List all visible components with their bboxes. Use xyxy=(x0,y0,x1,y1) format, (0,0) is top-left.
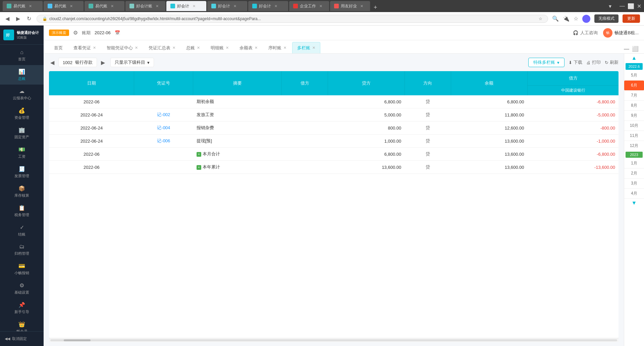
tab-close-3[interactable]: ✕ xyxy=(111,4,114,8)
cal-month-2023-1[interactable]: 1月 xyxy=(624,158,644,168)
sidebar-item-fund-mgmt[interactable]: 💰 资金管理 xyxy=(0,104,44,123)
tab-smart-voucher-close[interactable]: ✕ xyxy=(135,46,138,50)
horizontal-scrollbar[interactable] xyxy=(49,338,619,342)
cell-voucher[interactable] xyxy=(134,161,193,174)
tab-close-9[interactable]: ✕ xyxy=(360,4,363,8)
cal-month-2022-8[interactable]: 8月 xyxy=(624,101,644,111)
sidebar-item-archive[interactable]: 🗂 归档管理 xyxy=(0,240,44,259)
tab-panel-minimize[interactable]: — xyxy=(624,46,629,52)
voucher-link[interactable]: 记-004 xyxy=(157,125,170,130)
scroll-up-icon[interactable]: ▲ xyxy=(632,55,637,61)
browser-tab-5[interactable]: 好会计 ✕ xyxy=(166,1,207,11)
window-minimize-icon[interactable]: — xyxy=(620,3,625,9)
sidebar-item-guide[interactable]: 📌 新手引导 xyxy=(0,298,44,318)
scrollbar-track[interactable] xyxy=(50,339,617,341)
cell-voucher[interactable]: 记-002 xyxy=(134,108,193,121)
browser-tab-9[interactable]: 用友好业 ✕ xyxy=(330,1,370,11)
voucher-link[interactable]: 记-002 xyxy=(157,112,170,117)
minimize-icon[interactable]: ▾ xyxy=(609,3,611,9)
sidebar-item-closing[interactable]: ✓ 结账 xyxy=(0,221,44,240)
cal-month-2022-12[interactable]: 12月 xyxy=(624,141,644,151)
download-button[interactable]: ⬇ 下载 xyxy=(569,59,582,65)
window-restore-icon[interactable]: ⬜ xyxy=(628,3,634,9)
sidebar-item-home[interactable]: ⌂ 首页 xyxy=(0,46,44,65)
window-close-icon[interactable]: ✕ xyxy=(637,3,641,9)
browser-tab-1[interactable]: 易代账 ✕ xyxy=(3,1,43,11)
browser-tab-7[interactable]: 好会计 ✕ xyxy=(248,1,288,11)
tab-panel-expand[interactable]: ⬜ xyxy=(632,46,639,52)
tab-balance[interactable]: 余额表 ✕ xyxy=(234,42,263,53)
tab-journal[interactable]: 序时账 ✕ xyxy=(263,42,291,53)
browser-tab-6[interactable]: 好会计 ✕ xyxy=(207,1,248,11)
sidebar-item-tax-mgmt[interactable]: 📋 税务管理 xyxy=(0,201,44,221)
browser-tab-4[interactable]: 好会计账 ✕ xyxy=(125,1,166,11)
cal-month-2023-4[interactable]: 4月 xyxy=(624,189,644,199)
cal-month-2022-9[interactable]: 9月 xyxy=(624,111,644,121)
url-bar[interactable]: 🔒 cloud2.chanjet.com/accounting/uh26t264… xyxy=(37,15,548,23)
tab-smart-voucher[interactable]: 智能凭证中心 ✕ xyxy=(102,42,143,53)
prev-account-button[interactable]: ◀ xyxy=(49,58,56,67)
tab-voucher-view-close[interactable]: ✕ xyxy=(93,46,96,50)
browser-tab-8[interactable]: 企业工作 ✕ xyxy=(289,1,329,11)
tab-general-ledger[interactable]: 总账 ✕ xyxy=(181,42,205,53)
browser-tab-3[interactable]: 易代账 ✕ xyxy=(85,1,125,11)
new-tab-button[interactable]: + xyxy=(371,4,380,11)
tab-close-2[interactable]: ✕ xyxy=(70,4,73,8)
forward-button[interactable]: ▶ xyxy=(15,14,21,23)
search-extensions-icon[interactable]: 🔍 xyxy=(552,15,559,22)
settings-icon[interactable]: ⚙ xyxy=(73,30,78,36)
calendar-icon[interactable]: 📅 xyxy=(115,30,120,35)
tab-multi-column-close[interactable]: ✕ xyxy=(312,46,315,50)
sidebar-item-membership[interactable]: 👑 畅会员 xyxy=(0,318,44,331)
voucher-link[interactable]: 记-006 xyxy=(157,138,170,143)
sidebar-item-salary[interactable]: 💵 工资 xyxy=(0,143,44,162)
tab-detail-ledger-close[interactable]: ✕ xyxy=(226,46,229,50)
tab-close-1[interactable]: ✕ xyxy=(29,4,32,8)
service-button[interactable]: 🎧 人工咨询 xyxy=(573,30,598,36)
extension-icon[interactable]: 🔌 xyxy=(563,15,570,22)
cal-month-2022-11[interactable]: 11月 xyxy=(624,131,644,141)
sidebar-item-fixed-assets[interactable]: 🏢 固定资产 xyxy=(0,123,44,143)
tab-voucher-view[interactable]: 查看凭证 ✕ xyxy=(68,42,101,53)
tab-journal-close[interactable]: ✕ xyxy=(283,46,286,50)
bookmark-icon[interactable]: ☆ xyxy=(539,16,542,21)
account-selector[interactable]: 1002 银行存款 xyxy=(58,58,97,67)
sidebar-item-inventory[interactable]: 📦 库存核算 xyxy=(0,182,44,201)
sidebar-item-general-ledger[interactable]: 📊 总账 xyxy=(0,65,44,85)
cell-voucher[interactable]: 记-004 xyxy=(134,121,193,135)
tab-multi-column[interactable]: 多栏账 ✕ xyxy=(292,42,320,53)
tab-voucher-summary[interactable]: 凭证汇总表 ✕ xyxy=(144,42,180,53)
tab-close-8[interactable]: ✕ xyxy=(319,4,322,8)
cal-month-2023-2[interactable]: 2月 xyxy=(624,168,644,179)
cal-scroll-down[interactable]: ▼ xyxy=(624,199,644,207)
cell-voucher[interactable]: 记-006 xyxy=(134,135,193,148)
profile-icon[interactable] xyxy=(582,15,590,23)
tab-close-4[interactable]: ✕ xyxy=(156,4,159,8)
cal-month-2023-3[interactable]: 3月 xyxy=(624,179,644,189)
tab-home[interactable]: 首页 xyxy=(49,42,68,53)
cell-voucher[interactable] xyxy=(134,95,193,108)
tab-voucher-summary-close[interactable]: ✕ xyxy=(172,46,175,50)
multi-column-button[interactable]: 特殊多栏账 ▾ xyxy=(528,58,565,67)
sidebar-item-expense[interactable]: 💳 小畅报销 xyxy=(0,259,44,279)
cal-month-2022-5[interactable]: 5月 xyxy=(624,70,644,81)
browser-tab-2[interactable]: 易代账 ✕ xyxy=(44,1,84,11)
tab-close-5[interactable]: ✕ xyxy=(193,4,196,8)
cell-voucher[interactable] xyxy=(134,148,193,161)
cal-month-2022-7[interactable]: 7月 xyxy=(624,91,644,101)
sidebar-item-cloud-report[interactable]: ☁ 云报表中心 xyxy=(0,85,44,104)
cal-scroll-up[interactable]: ▲ xyxy=(624,54,644,62)
scroll-down-icon[interactable]: ▼ xyxy=(632,200,637,206)
tab-close-6[interactable]: ✕ xyxy=(233,4,236,8)
back-button[interactable]: ◀ xyxy=(4,14,11,23)
tab-detail-ledger[interactable]: 明细账 ✕ xyxy=(206,42,234,53)
update-button[interactable]: 更新 xyxy=(623,14,640,23)
refresh-button[interactable]: ↻ 刷新 xyxy=(605,59,619,65)
scrollbar-thumb[interactable] xyxy=(64,339,91,341)
sidebar-item-basic-settings[interactable]: ⚙ 基础设置 xyxy=(0,279,44,298)
tab-close-7[interactable]: ✕ xyxy=(274,4,277,8)
cal-month-2022-6[interactable]: 6月 xyxy=(624,81,644,91)
star-icon[interactable]: ☆ xyxy=(574,15,578,22)
tab-balance-close[interactable]: ✕ xyxy=(255,46,258,50)
refresh-browser-button[interactable]: ↻ xyxy=(25,14,33,23)
